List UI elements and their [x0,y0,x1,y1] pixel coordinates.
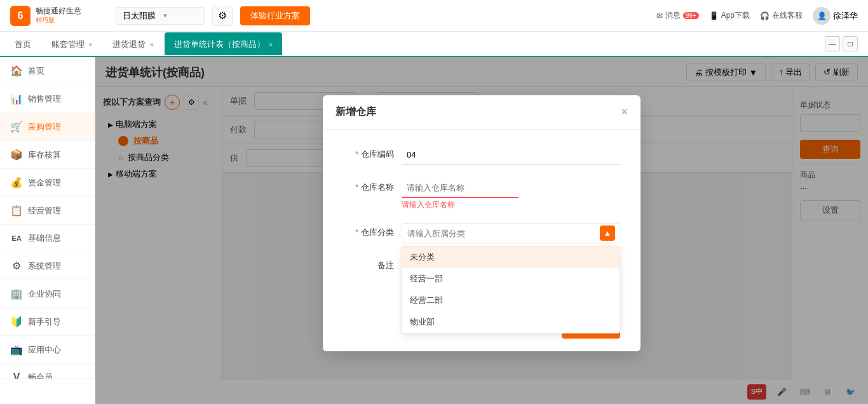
sidebar-label-home: 首页 [28,65,44,77]
gear-icon: ⚙ [218,10,227,22]
username-label: 徐泽华 [833,10,858,22]
inventory-icon: 📦 [10,149,23,161]
tab-account[interactable]: 账套管理 × [42,32,102,55]
sidebar-label-system: 系统管理 [28,260,61,272]
category-dropdown-toggle[interactable]: ▲ [600,226,615,241]
maximize-icon: □ [848,39,852,48]
dialog-header: 新增仓库 × [323,95,641,130]
sidebar-item-system[interactable]: ⚙ 系统管理 [0,252,95,280]
tab-account-close-icon[interactable]: × [88,41,92,48]
category-label: * 仓库分类 [343,223,394,238]
top-header: 6 畅捷通好生意 精巧版 日太阳膜 ▼ ⚙ 体验行业方案 ✉ 消息 99+ 📱 … [0,0,868,32]
message-button[interactable]: ✉ 消息 99+ [656,10,699,21]
dropdown-option-0[interactable]: 未分类 [402,246,620,268]
trial-button[interactable]: 体验行业方案 [240,6,310,25]
header-middle: 日太阳膜 ▼ ⚙ 体验行业方案 [105,6,656,26]
sidebar-label-app-center: 应用中心 [28,344,61,356]
message-icon: ✉ [656,11,663,20]
sidebar-label-enterprise: 企业协同 [28,288,61,300]
tab-home[interactable]: 首页 [5,32,41,55]
sidebar-item-enterprise[interactable]: 🏢 企业协同 [0,280,95,308]
sidebar-label-guide: 新手引导 [28,316,61,328]
sidebar: 🏠 首页 📊 销售管理 🛒 采购管理 📦 库存核算 💰 资金管理 📋 经营管理 … [0,57,95,404]
logo-icon: 6 [10,6,31,26]
sidebar-item-guide[interactable]: 🔰 新手引导 [0,308,95,336]
category-dropdown-wrap: ▲ 未分类 经营一部 经营二部 [402,223,620,243]
tab-maximize-button[interactable]: □ [843,36,858,51]
tab-purchase-stats-close-icon[interactable]: × [269,41,273,48]
name-input[interactable] [402,178,519,198]
logo-text: 畅捷通好生意 [36,6,81,17]
logo-tag: 精巧版 [36,16,81,25]
name-error-message: 请输入仓库名称 [402,199,455,210]
code-label: * 仓库编码 [343,145,394,160]
tab-account-label: 账套管理 [51,39,85,50]
dialog-body: * 仓库编码 * 仓库名称 [323,130,641,309]
sidebar-item-purchase[interactable]: 🛒 采购管理 [0,113,95,141]
tab-purchase-stats[interactable]: 进货单统计表（按商品） × [165,32,282,55]
tab-nav-buttons: — □ [825,36,863,51]
home-icon: 🏠 [10,65,23,77]
phone-icon: 📱 [709,11,719,20]
dropdown-option-3[interactable]: 物业部 [402,311,620,333]
sidebar-label-sales: 销售管理 [28,93,61,105]
online-service-label: 在线客服 [772,10,803,21]
name-input-wrap [402,178,519,198]
system-icon: ⚙ [10,260,23,272]
logo-area: 6 畅捷通好生意 精巧版 [10,6,105,26]
sidebar-label-base-info: 基础信息 [28,232,61,244]
guide-icon: 🔰 [10,316,23,328]
sidebar-label-inventory: 库存核算 [28,149,61,161]
tab-purchase-stats-label: 进货单统计表（按商品） [174,39,265,50]
chevron-down-icon: ▼ [162,12,198,19]
user-avatar-area[interactable]: 👤 徐泽华 [813,7,858,25]
sidebar-item-base-info[interactable]: EA 基础信息 [0,225,95,252]
sidebar-item-app-center[interactable]: 📺 应用中心 [0,336,95,364]
purchase-icon: 🛒 [10,121,23,133]
enterprise-icon: 🏢 [10,288,23,300]
sidebar-item-inventory[interactable]: 📦 库存核算 [0,141,95,169]
minimize-icon: — [829,39,836,48]
sidebar-label-operation: 经营管理 [28,205,61,217]
tab-minimize-button[interactable]: — [825,36,840,51]
sidebar-item-sales[interactable]: 📊 销售管理 [0,85,95,113]
name-label: * 仓库名称 [343,178,394,193]
avatar: 👤 [813,7,831,25]
tab-purchase-return-close-icon[interactable]: × [149,41,153,48]
app-center-icon: 📺 [10,344,23,356]
dialog-close-button[interactable]: × [621,105,628,119]
app-download-label: App下载 [721,10,750,21]
store-selector[interactable]: 日太阳膜 ▼ [116,7,205,25]
sidebar-item-operation[interactable]: 📋 经营管理 [0,197,95,225]
category-input[interactable] [402,223,620,243]
base-info-icon: EA [10,234,23,242]
header-right: ✉ 消息 99+ 📱 App下载 🎧 在线客服 👤 徐泽华 [656,7,858,25]
online-service-button[interactable]: 🎧 在线客服 [760,10,803,21]
dialog-title: 新增仓库 [336,105,376,119]
dropdown-option-2[interactable]: 经营二部 [402,290,620,311]
tab-purchase-return[interactable]: 进货退货 × [103,32,163,55]
form-row-name: * 仓库名称 请输入仓库名称 [343,178,620,210]
gear-button[interactable]: ⚙ [212,6,233,26]
code-input[interactable] [402,145,620,165]
dropdown-option-1[interactable]: 经营一部 [402,268,620,290]
sidebar-label-purchase: 采购管理 [28,121,61,133]
form-row-category: * 仓库分类 ▲ 未分类 [343,223,620,243]
tab-purchase-return-label: 进货退货 [112,39,146,50]
app-download-button[interactable]: 📱 App下载 [709,10,750,21]
tab-home-label: 首页 [15,39,31,50]
sidebar-item-finance[interactable]: 💰 资金管理 [0,169,95,197]
note-label: 备注 [343,256,394,271]
sidebar-item-home[interactable]: 🏠 首页 [0,57,95,85]
chevron-up-icon: ▲ [604,229,611,238]
message-badge: 99+ [683,12,699,19]
finance-icon: 💰 [10,177,23,189]
headset-icon: 🎧 [760,11,770,20]
form-row-code: * 仓库编码 [343,145,620,165]
sales-icon: 📊 [10,93,23,105]
main-layout: 🏠 首页 📊 销售管理 🛒 采购管理 📦 库存核算 💰 资金管理 📋 经营管理 … [0,57,868,404]
category-dropdown-list: 未分类 经营一部 经营二部 物业部 [402,246,620,333]
message-label: 消息 [665,10,681,21]
operation-icon: 📋 [10,205,23,217]
new-warehouse-dialog: 新增仓库 × * 仓库编码 [323,95,641,351]
